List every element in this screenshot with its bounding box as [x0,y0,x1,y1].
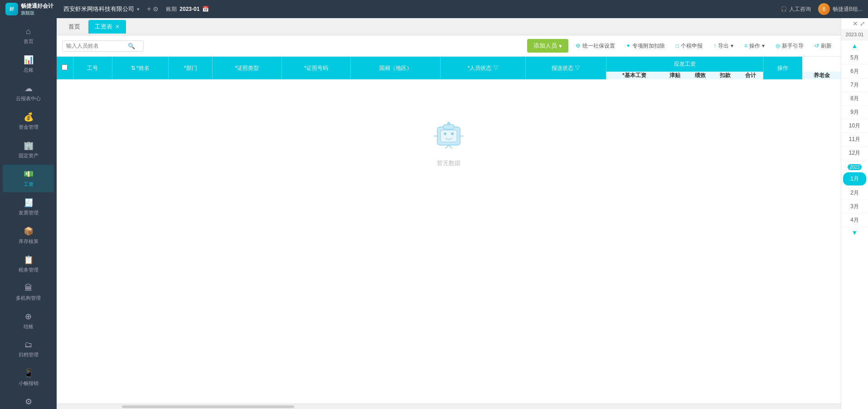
guide-toolbar-label: 新手引导 [782,42,804,50]
rp-month-6[interactable]: 6月 [841,65,868,78]
tax-icon: 📋 [24,255,34,265]
add-person-button[interactable]: 添加人员 ▾ [527,39,568,53]
toolbar: 🔍 添加人员 ▾ ⚙ 统一社保设置 ✦ 专项附加扣除 □ 个税申报 [57,35,841,57]
rp-month-11[interactable]: 11月 [841,133,868,146]
export-label: 导出 [718,42,729,50]
period-info: 账期 2023-01 📅 [166,5,209,13]
rp-month-7[interactable]: 7月 [841,78,868,92]
sidebar-label-home: 首页 [24,38,34,45]
th-nationality: 国籍（地区） [351,57,441,79]
add-company-button[interactable]: + [147,5,151,13]
rp-month-12[interactable]: 12月 [841,146,868,160]
sidebar-label-archive: 归档管理 [19,351,39,358]
th-operations: 操作 [763,57,802,79]
empty-state: 暂无数据 [57,79,841,204]
operations-icon: ≡ [744,43,747,49]
logo-area: 好 畅捷通好会计 旗舰版 [5,2,60,16]
tab-home-label: 首页 [68,23,80,30]
svg-rect-2 [443,125,454,129]
rp-month-1-active[interactable]: 1月 [843,172,866,186]
service-button[interactable]: 🎧 人工咨询 [781,5,811,13]
user-name: 畅捷通B组... [833,5,863,13]
avatar: B [818,3,830,15]
rp-month-2[interactable]: 2月 [841,186,868,200]
svg-point-4 [451,132,454,135]
sidebar-item-ledger[interactable]: 📊 总账 [3,50,54,78]
th-checkbox[interactable] [57,57,73,79]
social-security-label: 统一社保设置 [582,42,615,50]
multi-org-icon: 🏛 [24,283,33,293]
company-selector[interactable]: 西安虾米网络科技有限公司 ▾ [60,3,143,15]
sidebar-item-fund[interactable]: 💰 资金管理 [3,107,54,135]
fund-icon: 💰 [24,112,34,122]
tax-return-button[interactable]: □ 个税申报 [672,40,706,52]
sidebar-item-inventory[interactable]: 📦 库存核算 [3,222,54,249]
guide-toolbar-button[interactable]: ◎ 新手引导 [772,40,807,52]
refresh-button[interactable]: ↺ 刷新 [811,40,835,52]
user-area[interactable]: B 畅捷通B组... [818,3,863,15]
th-report-status[interactable]: 报送状态 ▽ [526,57,606,79]
sidebar-item-invoice[interactable]: 🧾 发票管理 [3,193,54,221]
rp-next-button[interactable]: ▼ [841,227,868,238]
special-deduction-label: 专项附加扣除 [632,42,665,50]
scroll-thumb[interactable] [122,405,294,408]
rp-month-5[interactable]: 5月 [841,51,868,65]
sidebar-item-expense[interactable]: 📱 小畅报销 [3,364,54,391]
select-all-checkbox[interactable] [62,64,68,70]
sidebar-item-archive[interactable]: 🗂 归档管理 [3,336,54,363]
refresh-icon: ↺ [815,43,819,49]
rp-expand-button[interactable]: ⤢ [860,20,865,27]
search-box: 🔍 [62,40,144,52]
sidebar-item-salary[interactable]: 💵 工资 [3,165,54,192]
sidebar-item-tax[interactable]: 📋 税务管理 [3,250,54,278]
app-title: 畅捷通好会计 [21,2,53,10]
rp-month-8[interactable]: 8月 [841,92,868,106]
tab-salary-label: 工资表 [95,23,112,31]
sidebar-label-ledger: 总账 [24,67,34,73]
settings-button[interactable]: ⚙ [153,5,159,13]
sidebar-label-invoice: 发票管理 [19,209,39,216]
company-name: 西安虾米网络科技有限公司 [63,5,134,13]
th-name[interactable]: ⇅*姓名 [112,57,169,79]
social-security-button[interactable]: ⚙ 统一社保设置 [572,40,619,52]
sidebar-label-salary: 工资 [24,181,34,188]
sidebar-label-expense: 小畅报销 [19,380,39,387]
special-deduction-button[interactable]: ✦ 专项附加扣除 [622,40,669,52]
rp-month-10[interactable]: 10月 [841,119,868,133]
rp-close-button[interactable]: ✕ [853,20,858,27]
rp-header: 2023.01 [841,29,868,40]
sidebar-item-multi-org[interactable]: 🏛 多机构管理 [3,279,54,306]
app-subtitle: 旗舰版 [21,10,53,16]
operations-dropdown-icon: ▾ [762,43,765,49]
th-emp-status[interactable]: *人员状态 ▽ [441,57,526,79]
tax-return-icon: □ [676,43,679,49]
svg-point-3 [444,132,446,135]
sidebar-item-home[interactable]: ⌂ 首页 [3,22,54,49]
tab-salary-close[interactable]: ✕ [115,24,120,30]
operations-button[interactable]: ≡ 操作 ▾ [741,40,768,52]
sidebar-item-fixed-assets[interactable]: 🏢 固定资产 [3,136,54,164]
th-emp-no: 工号 [73,57,112,79]
calendar-icon[interactable]: 📅 [202,6,209,12]
tab-salary[interactable]: 工资表 ✕ [88,20,126,34]
export-button[interactable]: ↑ 导出 ▾ [710,40,737,52]
scroll-indicator [57,404,841,409]
sidebar-item-close[interactable]: ⊕ 结账 [3,307,54,335]
right-panel: ✕ ⤢ 2023.01 ▲ 5月 6月 7月 8月 9月 10月 11月 12月… [841,18,868,409]
sidebar-item-settings[interactable]: ⚙ 基础设置 [3,392,54,409]
search-input[interactable] [66,43,125,49]
th-performance: 绩效 [688,72,713,79]
top-header: 好 畅捷通好会计 旗舰版 西安虾米网络科技有限公司 ▾ + ⚙ 账期 2023-… [0,0,868,18]
rp-month-3[interactable]: 3月 [841,200,868,214]
rp-month-9[interactable]: 9月 [841,106,868,119]
rp-prev-button[interactable]: ▲ [841,40,868,51]
tab-home[interactable]: 首页 [62,20,87,34]
invoice-icon: 🧾 [24,198,34,208]
company-dropdown-icon: ▾ [137,6,140,12]
rp-month-4[interactable]: 4月 [841,214,868,227]
emp-status-filter-icon: ▽ [493,65,499,71]
archive-icon: 🗂 [24,340,33,350]
sidebar-item-cloud-report[interactable]: ☁ 云报表中心 [3,79,54,107]
sidebar-label-tax: 税务管理 [19,267,39,273]
tabs-bar: 首页 工资表 ✕ [57,18,841,35]
